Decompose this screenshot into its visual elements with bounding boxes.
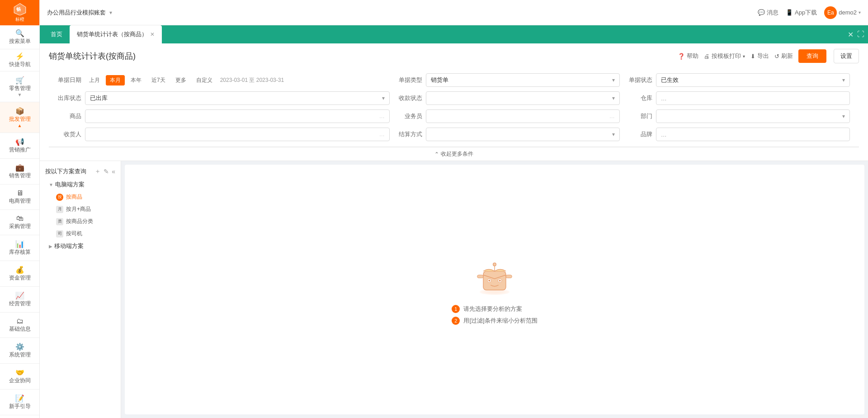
filter-row-1: 单据日期 上月 本月 本年 近7天 更多 自定义 2023-03-01 至 20…	[58, 73, 850, 87]
app-download-button[interactable]: 📱 App下载	[786, 9, 817, 17]
sidebar-item-finance[interactable]: 💰 资金管理	[0, 261, 39, 287]
edit-scheme-button[interactable]: ✎	[104, 168, 109, 175]
tree-mobile-expand-icon: ▶	[49, 244, 52, 249]
filter-doc-type: 单据类型 销货单 ▾	[399, 73, 620, 87]
dept-input[interactable]: ▾	[656, 109, 850, 123]
tab-home[interactable]: 首页	[43, 25, 70, 43]
date-tab-this-month[interactable]: 本月	[106, 75, 125, 86]
page-header: 销货单统计计表(按商品) ❓ 帮助 🖨 按模板打印 ▾ ⬇ 导出	[40, 43, 868, 161]
sidebar-item-purchase[interactable]: 🛍 采购管理	[0, 210, 39, 235]
content-area: 按以下方案查询 ＋ ✎ « ▼ 电脑端方案 按 按商品	[40, 161, 868, 418]
sidebar-item-appcenter[interactable]: 📱 应用中心	[0, 415, 39, 418]
filter-row-3: 商品 … 业务员 … 部门	[58, 109, 850, 123]
user-menu[interactable]: Ea demo2 ▾	[824, 6, 861, 19]
staff-input[interactable]: …	[426, 109, 620, 123]
by-cashier-label: 按司机	[66, 230, 82, 238]
goods-input[interactable]: …	[85, 109, 390, 123]
avatar: Ea	[824, 6, 837, 19]
sidebar-item-marketing[interactable]: 📢 营销推广	[0, 133, 39, 159]
receipt-status-input[interactable]: ▾	[426, 91, 620, 105]
tree-item-by-cashier[interactable]: 司 按司机	[56, 228, 121, 240]
sidebar-item-inventory[interactable]: 📊 库存核算	[0, 235, 39, 261]
sidebar-item-system[interactable]: ⚙️ 系统管理	[0, 338, 39, 364]
tree-item-by-month-goods[interactable]: 月 按月+商品	[56, 203, 121, 215]
tree-item-by-goods[interactable]: 按 按商品	[56, 191, 121, 203]
help-button[interactable]: ❓ 帮助	[678, 52, 698, 60]
date-tab-this-year[interactable]: 本年	[127, 75, 146, 86]
left-panel-header: 按以下方案查询 ＋ ✎ «	[40, 165, 121, 178]
sidebar-item-guide[interactable]: 📝 新手引导	[0, 390, 39, 415]
goods-label: 商品	[58, 112, 85, 120]
scheme-icon: 按	[56, 194, 63, 201]
sidebar-item-ecommerce[interactable]: 🖥 电商管理	[0, 185, 39, 210]
payment-input[interactable]: ▾	[426, 128, 620, 141]
print-button[interactable]: 🖨 按模板打印 ▾	[704, 52, 745, 60]
sidebar-item-retail[interactable]: 🛒 零售管理 ▼	[0, 71, 39, 102]
by-month-label: 按月+商品	[66, 205, 91, 213]
svg-point-8	[493, 263, 496, 266]
doc-type-dropdown-icon: ▾	[612, 77, 615, 83]
doc-type-input[interactable]: 销货单 ▾	[426, 73, 620, 87]
by-month-icon: 月	[56, 206, 63, 213]
page-content: 销货单统计计表(按商品) ❓ 帮助 🖨 按模板打印 ▾ ⬇ 导出	[40, 43, 868, 418]
empty-illustration	[472, 254, 517, 299]
print-icon: 🖨	[704, 53, 710, 60]
message-button[interactable]: 💬 消息	[758, 9, 778, 17]
chevron-down-icon: ▾	[859, 10, 861, 15]
collapse-panel-button[interactable]: «	[112, 168, 115, 175]
brand-input[interactable]: …	[656, 128, 850, 141]
page-title: 销货单统计计表(按商品)	[49, 51, 136, 62]
sidebar-quick-nav[interactable]: ⚡ 快捷导航	[0, 49, 39, 71]
by-cat-icon: 类	[56, 218, 63, 225]
payment-dropdown-icon: ▾	[612, 131, 615, 138]
export-icon: ⬇	[750, 53, 755, 60]
date-tab-more[interactable]: 更多	[171, 75, 190, 86]
sidebar: 畅 标橙 🔍 搜索菜单 ⚡ 快捷导航 🛒 零售管理 ▼ 📦 批发管理 ▲ 📢 营…	[0, 0, 40, 418]
tree-pc-group[interactable]: ▼ 电脑端方案	[40, 178, 121, 191]
receiver-dots[interactable]: …	[379, 131, 385, 138]
svg-rect-9	[477, 275, 483, 278]
sidebar-item-corp[interactable]: 🤝 企业协同	[0, 364, 39, 390]
sidebar-item-basic[interactable]: 🗂 基础信息	[0, 313, 39, 338]
svg-rect-2	[483, 271, 506, 290]
sidebar-search-item[interactable]: 🔍 搜索菜单	[0, 25, 39, 49]
tree-mobile-group[interactable]: ▶ 移动端方案	[40, 240, 121, 252]
help-icon: ❓	[678, 53, 685, 60]
sidebar-item-sales[interactable]: 💼 销售管理	[0, 159, 39, 185]
date-range-display: 2023-03-01 至 2023-03-31	[220, 76, 284, 84]
filter-payment: 结算方式 ▾	[399, 128, 620, 141]
warehouse-input[interactable]: …	[656, 91, 850, 105]
empty-state: 1 请先选择要分析的方案 2 用[过滤]条件来缩小分析范围	[452, 254, 537, 325]
receipt-status-dropdown-icon: ▾	[612, 95, 615, 101]
tree-item-by-goods-cat[interactable]: 类 按商品分类	[56, 215, 121, 228]
tab-close-icon[interactable]: ✕	[150, 31, 155, 38]
goods-dots[interactable]: …	[379, 113, 385, 119]
date-label: 单据日期	[58, 76, 85, 84]
date-tab-last-month[interactable]: 上月	[85, 75, 104, 86]
receiver-input[interactable]: …	[85, 128, 390, 141]
by-goods-label: 按商品	[66, 193, 82, 201]
tab-expand-button[interactable]: ⛶	[857, 30, 864, 39]
date-tab-last7[interactable]: 近7天	[147, 75, 170, 86]
query-button[interactable]: 查询	[798, 49, 826, 63]
tip-num-1: 1	[452, 305, 460, 313]
tree-expand-icon: ▼	[49, 182, 53, 187]
sidebar-item-operation[interactable]: 📈 经营管理	[0, 287, 39, 313]
staff-dots[interactable]: …	[609, 113, 615, 119]
export-button[interactable]: ⬇ 导出	[750, 52, 769, 60]
filter-date: 单据日期 上月 本月 本年 近7天 更多 自定义 2023-03-01 至 20…	[58, 75, 390, 86]
sidebar-item-wholesale[interactable]: 📦 批发管理 ▲	[0, 102, 39, 133]
settings-button[interactable]: 设置	[834, 49, 859, 63]
topbar-left: 办公用品行业模拟账套 ▾	[47, 9, 112, 17]
out-status-input[interactable]: 已出库 ▾	[85, 91, 390, 105]
tab-close-button[interactable]: ✕	[848, 30, 854, 39]
refresh-button[interactable]: ↺ 刷新	[774, 52, 793, 60]
date-tab-custom[interactable]: 自定义	[192, 75, 217, 86]
tab-active[interactable]: 销货单统计计表（按商品） ✕	[70, 25, 162, 43]
doc-status-input[interactable]: 已生效 ▾	[656, 73, 850, 87]
pc-group-label: 电脑端方案	[55, 180, 85, 189]
filter-receiver: 收货人 …	[58, 128, 390, 141]
svg-rect-10	[506, 275, 512, 278]
collapse-bar[interactable]: ⌃ 收起更多条件	[49, 147, 859, 161]
add-scheme-button[interactable]: ＋	[94, 167, 101, 176]
